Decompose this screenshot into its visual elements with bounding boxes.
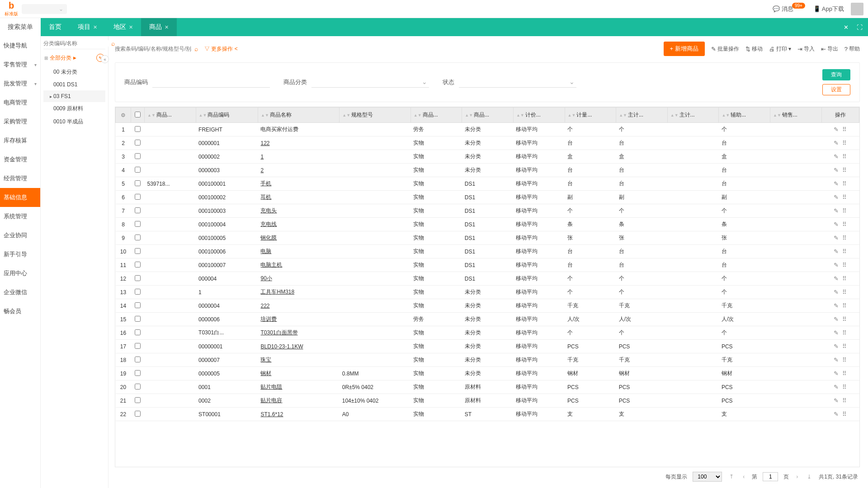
col-code[interactable]: ▲▼商品编码 — [196, 108, 258, 123]
select-all-checkbox[interactable] — [131, 108, 145, 123]
row-checkbox[interactable] — [131, 367, 145, 380]
col-category[interactable]: ▲▼商品... — [462, 108, 514, 123]
row-more-icon[interactable]: ⠿ — [840, 140, 849, 146]
tab-fullscreen-icon[interactable]: ⛶ — [854, 21, 865, 33]
row-edit-icon[interactable]: ✎ — [832, 384, 840, 390]
next-page-icon[interactable]: › — [794, 474, 800, 480]
row-more-icon[interactable]: ⠿ — [840, 275, 849, 282]
category-search-input[interactable] — [43, 40, 111, 47]
sidebar-item[interactable]: 畅会员 — [0, 302, 40, 321]
last-page-icon[interactable]: ⤓ — [805, 474, 813, 480]
settings-button[interactable]: 设置 — [822, 84, 850, 95]
product-name-link[interactable]: 钢化膜 — [260, 235, 277, 241]
messages-link[interactable]: 💬 消息99+ — [773, 5, 807, 13]
row-more-icon[interactable]: ⠿ — [840, 153, 849, 160]
row-more-icon[interactable]: ⠿ — [840, 316, 849, 323]
row-edit-icon[interactable]: ✎ — [832, 194, 840, 201]
sidebar-item[interactable]: 批发管理▾ — [0, 74, 40, 93]
sidebar-item[interactable]: 新手引导 — [0, 245, 40, 264]
col-sales[interactable]: ▲▼销售... — [770, 108, 821, 123]
product-name-link[interactable]: 充电线 — [260, 221, 277, 227]
product-name-link[interactable]: 贴片电阻 — [260, 384, 282, 390]
query-button[interactable]: 查询 — [822, 69, 850, 80]
row-edit-icon[interactable]: ✎ — [832, 275, 840, 282]
product-name-link[interactable]: T0301白面黑带 — [260, 329, 297, 336]
col-spec[interactable]: ▲▼规格型号 — [340, 108, 410, 123]
product-name-link[interactable]: ST1.6*12 — [260, 411, 283, 418]
col-aux[interactable]: ▲▼辅助... — [719, 108, 770, 123]
filter-category-select[interactable] — [311, 77, 429, 88]
sidebar-item[interactable]: 资金管理 — [0, 150, 40, 169]
row-more-icon[interactable]: ⠿ — [840, 302, 849, 309]
add-product-button[interactable]: + 新增商品 — [664, 42, 705, 56]
close-icon[interactable]: ✕ — [93, 24, 97, 30]
export-link[interactable]: ⇤导出 — [821, 45, 838, 53]
row-checkbox[interactable] — [131, 326, 145, 340]
row-more-icon[interactable]: ⠿ — [840, 180, 849, 187]
product-name-link[interactable]: 电脑 — [260, 248, 271, 254]
row-more-icon[interactable]: ⠿ — [840, 289, 849, 296]
sidebar-item[interactable]: 经营管理 — [0, 169, 40, 188]
sidebar-item[interactable]: 库存核算 — [0, 131, 40, 150]
tab-商品[interactable]: 商品✕ — [141, 18, 177, 36]
expand-tree-icon[interactable]: ⊞ — [44, 56, 48, 61]
row-more-icon[interactable]: ⠿ — [840, 357, 849, 363]
main-search-input[interactable] — [115, 46, 192, 52]
row-more-icon[interactable]: ⠿ — [840, 343, 849, 350]
col-measure[interactable]: ▲▼计量... — [565, 108, 616, 123]
row-more-icon[interactable]: ⠿ — [840, 194, 849, 201]
prev-page-icon[interactable]: ‹ — [741, 474, 746, 480]
row-more-icon[interactable]: ⠿ — [840, 411, 849, 418]
product-name-link[interactable]: 培训费 — [260, 316, 277, 322]
close-icon[interactable]: ✕ — [129, 24, 133, 30]
product-name-link[interactable]: 222 — [260, 303, 269, 309]
product-name-link[interactable]: 贴片电容 — [260, 397, 282, 404]
row-edit-icon[interactable]: ✎ — [832, 167, 840, 174]
row-checkbox[interactable] — [131, 353, 145, 367]
row-edit-icon[interactable]: ✎ — [832, 140, 840, 146]
row-checkbox[interactable] — [131, 177, 145, 191]
sidebar-search-menu[interactable]: 搜索菜单 — [0, 18, 41, 36]
col-unit1[interactable]: ▲▼主计... — [616, 108, 668, 123]
product-name-link[interactable]: BLD10-23-1.1KW — [260, 343, 303, 350]
row-checkbox[interactable] — [131, 136, 145, 150]
row-more-icon[interactable]: ⠿ — [840, 384, 849, 390]
category-item[interactable]: 0010 半成品 — [43, 115, 105, 128]
move-link[interactable]: ⇅移动 — [745, 45, 763, 53]
product-name-link[interactable]: 手机 — [260, 180, 271, 187]
all-categories-link[interactable]: 全部分类 — [50, 54, 71, 62]
row-edit-icon[interactable]: ✎ — [832, 411, 840, 418]
user-avatar[interactable] — [851, 3, 863, 15]
sidebar-item[interactable]: 快捷导航 — [0, 36, 40, 55]
row-more-icon[interactable]: ⠿ — [840, 397, 849, 404]
tab-地区[interactable]: 地区✕ — [105, 18, 141, 36]
row-edit-icon[interactable]: ✎ — [832, 343, 840, 350]
category-item[interactable]: 0009 原材料 — [43, 102, 105, 115]
row-checkbox[interactable] — [131, 340, 145, 353]
sidebar-item[interactable]: 采购管理 — [0, 112, 40, 131]
product-name-link[interactable]: 耳机 — [260, 194, 271, 200]
product-name-link[interactable]: 122 — [260, 140, 269, 146]
row-checkbox[interactable] — [131, 286, 145, 299]
product-name-link[interactable]: 珠宝 — [260, 357, 271, 363]
row-checkbox[interactable] — [131, 245, 145, 258]
import-link[interactable]: ⇥导入 — [797, 45, 815, 53]
row-checkbox[interactable] — [131, 299, 145, 313]
sidebar-item[interactable]: 应用中心 — [0, 264, 40, 283]
row-edit-icon[interactable]: ✎ — [832, 289, 840, 296]
category-item[interactable]: 00 未分类 — [43, 66, 105, 79]
sidebar-item[interactable]: 基础信息 — [0, 188, 40, 207]
row-edit-icon[interactable]: ✎ — [832, 357, 840, 363]
row-checkbox[interactable] — [131, 123, 145, 136]
row-edit-icon[interactable]: ✎ — [832, 329, 840, 336]
close-icon[interactable]: ✕ — [165, 24, 169, 30]
batch-operations-link[interactable]: ✎批量操作 — [711, 45, 739, 53]
row-more-icon[interactable]: ⠿ — [840, 167, 849, 174]
row-edit-icon[interactable]: ✎ — [832, 221, 840, 228]
row-more-icon[interactable]: ⠿ — [840, 126, 849, 133]
sidebar-item[interactable]: 系统管理 — [0, 207, 40, 226]
row-checkbox[interactable] — [131, 394, 145, 408]
filter-code-input[interactable] — [152, 77, 270, 88]
per-page-select[interactable]: 100 — [693, 472, 722, 482]
search-icon[interactable]: ⌕ — [194, 45, 198, 52]
